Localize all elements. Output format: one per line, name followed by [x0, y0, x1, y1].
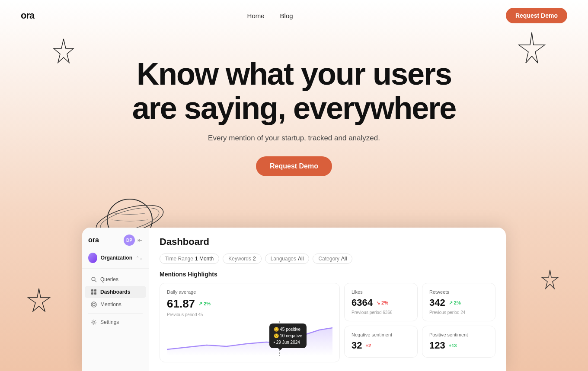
chart-tooltip: 😊 45 positive 😟 10 negative • 29 Jun 202… [269, 323, 307, 348]
metric-card-retweets: Retweets 342 ↗ 2% Previous period 24 [422, 283, 495, 321]
retweets-badge: ↗ 2% [449, 300, 461, 306]
metric-card-likes: Likes 6364 ↘ 2% Previous period 6366 [344, 283, 418, 321]
dashboard-mockup: ora DP ⇤ Organization ⌃⌄ Queries [82, 228, 506, 371]
logo: ora [21, 10, 34, 21]
retweets-label: Retweets [429, 289, 488, 295]
sidebar-avatar: DP [124, 235, 135, 246]
mentions-highlights-label: Mentions Highlights [160, 271, 495, 278]
svg-line-4 [95, 280, 96, 282]
sidebar-item-settings[interactable]: Settings [85, 316, 146, 328]
metric-card-pos-sentiment: Positive sentiment 123 +13 [422, 326, 495, 358]
daily-avg-label: Daily average [167, 289, 332, 295]
mentions-icon [91, 301, 97, 308]
neg-sentiment-badge: +2 [365, 343, 371, 348]
svg-point-10 [93, 321, 95, 323]
daily-avg-badge: ↗ 2% [198, 301, 211, 307]
likes-prev: Previous period 6366 [352, 310, 410, 315]
neg-sentiment-label: Negative sentiment [352, 332, 410, 337]
sidebar-divider [88, 313, 143, 314]
filter-languages-value: All [298, 256, 304, 262]
filter-time-range-value: 1 Month [195, 256, 214, 262]
likes-label: Likes [352, 289, 410, 295]
org-avatar [88, 253, 97, 263]
metrics-grid: Daily average 61.87 ↗ 2% Previous period… [160, 283, 495, 362]
svg-point-3 [92, 277, 95, 281]
metrics-right-col1: Likes 6364 ↘ 2% Previous period 6366 Neg… [344, 283, 418, 362]
dashboard-title: Dashboard [160, 236, 495, 247]
nav-links: Home Blog [247, 12, 293, 19]
sidebar-item-mentions[interactable]: Mentions [85, 298, 146, 311]
org-name: Organization [101, 255, 132, 261]
org-chevron-icon: ⌃⌄ [136, 256, 143, 260]
sidebar-item-queries[interactable]: Queries [85, 273, 146, 285]
sidebar-item-mentions-label: Mentions [100, 301, 121, 308]
svg-point-9 [91, 302, 96, 307]
filter-languages-label: Languages [271, 256, 296, 262]
sidebar: ora DP ⇤ Organization ⌃⌄ Queries [82, 228, 149, 371]
hero-subtitle: Every mention of your startup, tracked a… [0, 134, 588, 143]
svg-rect-8 [94, 292, 96, 295]
hero-title: Know what your users are saying, everywh… [132, 57, 456, 125]
filter-languages[interactable]: Languages All [265, 254, 310, 264]
dashboards-icon [91, 289, 97, 295]
neg-sentiment-value: 32 +2 [352, 340, 410, 351]
likes-badge: ↘ 2% [376, 300, 388, 306]
daily-avg-value: 61.87 ↗ 2% [167, 297, 332, 311]
navbar: ora Home Blog Request Demo [0, 0, 588, 31]
filters-bar: Time Range 1 Month Keywords 2 Languages … [160, 254, 495, 264]
pos-sentiment-label: Positive sentiment [429, 332, 488, 337]
svg-rect-7 [91, 292, 93, 295]
sidebar-header: ora DP ⇤ [82, 235, 149, 250]
svg-rect-6 [94, 289, 96, 292]
sidebar-collapse-icon[interactable]: ⇤ [137, 237, 143, 244]
pos-sentiment-value: 123 +13 [429, 340, 488, 351]
metric-card-neg-sentiment: Negative sentiment 32 +2 [344, 326, 418, 358]
likes-value: 6364 ↘ 2% [352, 297, 410, 308]
sidebar-logo: ora [88, 236, 99, 244]
filter-keywords[interactable]: Keywords 2 [223, 254, 261, 264]
metric-card-daily-avg: Daily average 61.87 ↗ 2% Previous period… [160, 283, 340, 362]
sidebar-item-queries-label: Queries [100, 276, 118, 282]
filter-time-range-label: Time Range [165, 256, 193, 262]
star-decoration-bottom-right [538, 268, 562, 293]
metrics-right-col2: Retweets 342 ↗ 2% Previous period 24 Pos… [422, 283, 495, 362]
daily-avg-chart: 😊 45 positive 😟 10 negative • 29 Jun 202… [167, 321, 332, 356]
nav-blog[interactable]: Blog [280, 12, 293, 19]
filter-category-label: Category [318, 256, 339, 262]
daily-avg-prev: Previous period 45 [167, 312, 332, 317]
sidebar-org[interactable]: Organization ⌃⌄ [82, 250, 149, 269]
filter-category[interactable]: Category All [313, 254, 352, 264]
queries-icon [91, 276, 97, 282]
star-decoration-bottom-left [26, 287, 52, 315]
sidebar-item-settings-label: Settings [100, 319, 119, 325]
filter-keywords-value: 2 [253, 256, 256, 262]
retweets-value: 342 ↗ 2% [429, 297, 488, 308]
sidebar-item-dashboards[interactable]: Dashboards [85, 286, 146, 298]
filter-category-value: All [341, 256, 347, 262]
hero-section: Know what your users are saying, everywh… [0, 31, 588, 176]
sidebar-nav: Queries Dashboards Mentions Settings [82, 269, 149, 333]
nav-home[interactable]: Home [247, 12, 265, 19]
filter-keywords-label: Keywords [228, 256, 251, 262]
nav-request-demo-button[interactable]: Request Demo [506, 8, 567, 23]
settings-icon [91, 319, 97, 325]
filter-time-range[interactable]: Time Range 1 Month [160, 254, 219, 264]
svg-rect-5 [91, 289, 93, 292]
hero-request-demo-button[interactable]: Request Demo [256, 156, 332, 176]
retweets-prev: Previous period 24 [429, 310, 488, 315]
pos-sentiment-badge: +13 [449, 343, 457, 348]
main-content: Dashboard Time Range 1 Month Keywords 2 … [149, 228, 506, 371]
sidebar-item-dashboards-label: Dashboards [100, 289, 130, 295]
